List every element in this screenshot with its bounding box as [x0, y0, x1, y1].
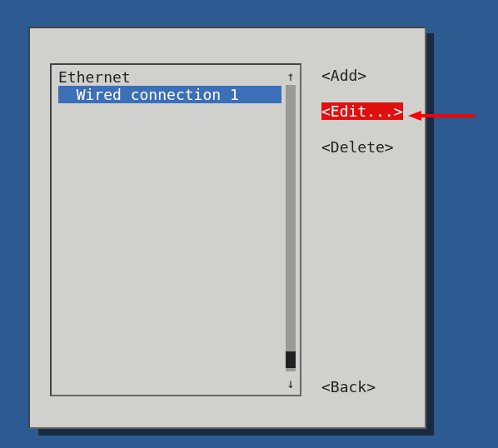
scrollbar-track[interactable]: [286, 85, 296, 371]
connection-item-wired-1[interactable]: Wired connection 1: [58, 86, 281, 103]
delete-button[interactable]: <Delete>: [321, 138, 403, 156]
add-button[interactable]: <Add>: [321, 67, 403, 84]
edit-button[interactable]: <Edit...>: [321, 102, 403, 120]
connections-listbox[interactable]: Ethernet Wired connection 1 ↑ ↓: [50, 63, 301, 396]
back-button[interactable]: <Back>: [321, 378, 376, 396]
scroll-up-arrow[interactable]: ↑: [286, 68, 295, 84]
scroll-down-arrow[interactable]: ↓: [286, 376, 295, 391]
scrollbar-thumb[interactable]: [286, 351, 296, 368]
category-ethernet: Ethernet: [58, 68, 281, 86]
network-connections-dialog: Ethernet Wired connection 1 ↑ ↓ <Add> <E…: [28, 27, 426, 429]
